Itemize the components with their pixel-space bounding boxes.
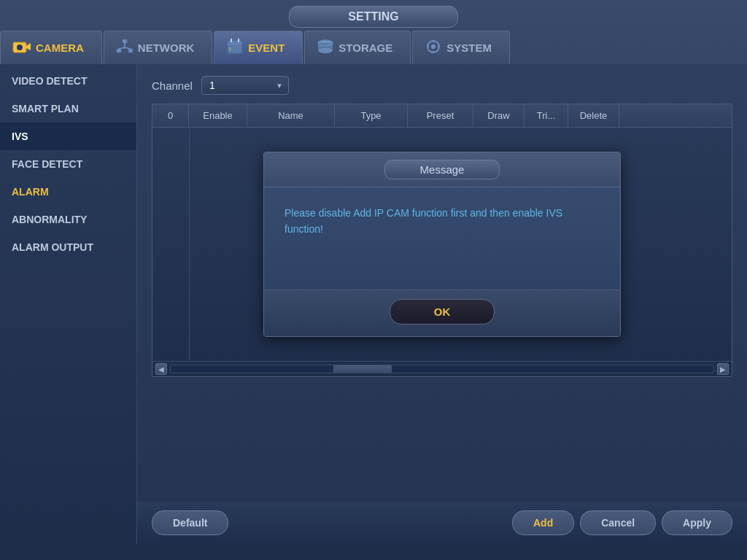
svg-rect-5	[128, 49, 133, 52]
sidebar: VIDEO DETECT SMART PLAN IVS FACE DETECT …	[0, 64, 137, 544]
scroll-right-arrow[interactable]: ▶	[717, 363, 729, 375]
tab-system-label: SYSTEM	[446, 42, 492, 54]
cancel-button[interactable]: Cancel	[580, 510, 656, 535]
storage-icon	[317, 39, 334, 57]
modal-overlay: Message Please disable Add IP CAM functi…	[152, 128, 732, 361]
channel-row: Channel 1	[152, 76, 732, 95]
svg-rect-4	[117, 49, 121, 52]
message-dialog: Message Please disable Add IP CAM functi…	[263, 152, 621, 337]
sidebar-item-ivs[interactable]: IVS	[0, 122, 136, 150]
col-preset: Preset	[408, 104, 473, 127]
modal-title: Message	[384, 160, 500, 179]
channel-label: Channel	[152, 79, 193, 92]
tab-storage[interactable]: STORAGE	[304, 31, 411, 64]
tab-network[interactable]: NETWORK	[104, 31, 213, 64]
tab-event-label: EVENT	[248, 42, 285, 54]
page-title: SETTING	[289, 6, 457, 28]
table-header: 0 Enable Name Type Preset Draw Tri... De…	[152, 104, 732, 128]
col-type: Type	[335, 104, 408, 127]
apply-button[interactable]: Apply	[662, 510, 732, 535]
sidebar-item-smart-plan[interactable]: SMART PLAN	[0, 95, 136, 122]
table-body: Message Please disable Add IP CAM functi…	[152, 128, 732, 361]
bottom-bar: Default Add Cancel Apply	[137, 502, 747, 544]
col-name: Name	[247, 104, 335, 127]
col-enable: Enable	[189, 104, 247, 127]
col-tri: Tri...	[525, 104, 568, 127]
scroll-thumb	[333, 365, 392, 373]
sidebar-item-alarm[interactable]: ALARM	[0, 178, 136, 206]
tab-camera[interactable]: CAMERA	[0, 31, 102, 64]
svg-point-16	[318, 47, 333, 53]
horizontal-scrollbar: ◀ ▶	[152, 361, 732, 376]
default-button[interactable]: Default	[152, 510, 228, 535]
content-area: Channel 1 0 Enable Name Type Preset Draw…	[137, 64, 747, 544]
modal-footer: OK	[264, 289, 620, 336]
col-0: 0	[152, 104, 189, 127]
tab-network-label: NETWORK	[138, 42, 195, 54]
col-delete: Delete	[568, 104, 619, 127]
ivs-table: 0 Enable Name Type Preset Draw Tri... De…	[152, 104, 732, 377]
sidebar-item-face-detect[interactable]: FACE DETECT	[0, 150, 136, 178]
ok-button[interactable]: OK	[390, 299, 495, 324]
nav-tabs: CAMERA NETWORK ! EVENT	[0, 31, 747, 64]
sidebar-item-abnormality[interactable]: ABNORMALITY	[0, 206, 136, 233]
event-icon: !	[226, 39, 244, 57]
svg-marker-1	[26, 43, 31, 50]
channel-select[interactable]: 1	[201, 76, 289, 95]
title-bar: SETTING	[0, 0, 747, 28]
modal-title-bar: Message	[264, 152, 620, 187]
camera-icon	[12, 39, 31, 57]
content-panel: Channel 1 0 Enable Name Type Preset Draw…	[137, 64, 747, 502]
tab-camera-label: CAMERA	[36, 42, 84, 54]
network-icon	[116, 39, 133, 57]
modal-body: Please disable Add IP CAM function first…	[264, 187, 620, 289]
svg-point-19	[431, 44, 436, 49]
tab-system[interactable]: SYSTEM	[412, 31, 510, 64]
svg-rect-3	[123, 39, 127, 43]
action-buttons: Add Cancel Apply	[512, 510, 732, 535]
sidebar-item-alarm-output[interactable]: ALARM OUTPUT	[0, 233, 136, 261]
svg-point-2	[17, 44, 23, 50]
scroll-left-arrow[interactable]: ◀	[155, 363, 167, 375]
tab-storage-label: STORAGE	[338, 42, 392, 54]
scroll-track[interactable]	[170, 365, 714, 373]
col-draw: Draw	[473, 104, 525, 127]
svg-text:!: !	[229, 46, 231, 52]
sidebar-item-video-detect[interactable]: VIDEO DETECT	[0, 67, 136, 95]
svg-line-8	[125, 47, 131, 49]
modal-message: Please disable Add IP CAM function first…	[285, 205, 600, 238]
channel-select-wrapper[interactable]: 1	[201, 76, 289, 95]
main-area: VIDEO DETECT SMART PLAN IVS FACE DETECT …	[0, 64, 747, 544]
svg-line-7	[119, 47, 125, 49]
add-button[interactable]: Add	[512, 510, 574, 535]
tab-event[interactable]: ! EVENT	[214, 31, 303, 64]
system-icon	[425, 39, 442, 57]
